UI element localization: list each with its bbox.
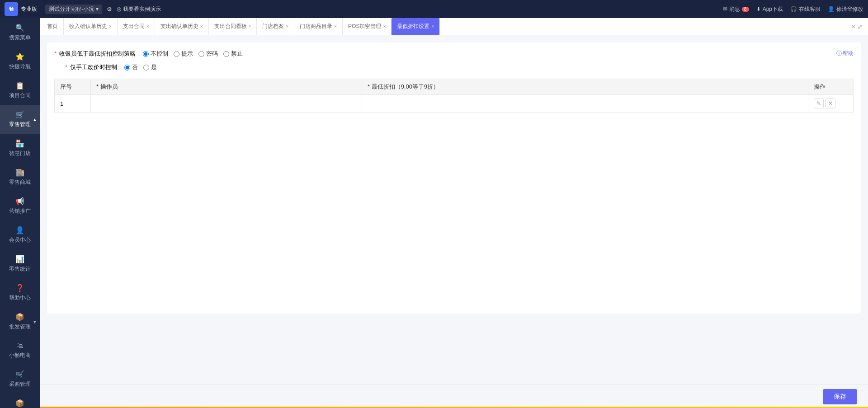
project-name: 测试分开完程-小况 (49, 5, 94, 13)
marketing-icon: 📢 (15, 197, 24, 206)
headset-icon: 🎧 (790, 6, 797, 12)
tab-close-all-icon[interactable]: × (852, 23, 855, 30)
manual-control-options: 否 是 (124, 63, 157, 71)
settings-icon[interactable]: ⚙ (107, 6, 112, 13)
sidebar-item-marketing[interactable]: 📢 营销推广 (0, 192, 40, 220)
tab-income-history[interactable]: 收入确认单历史 × (64, 18, 118, 35)
tab-close-icon[interactable]: × (334, 24, 337, 29)
tab-payment-contract[interactable]: 支出合同 × (118, 18, 155, 35)
tab-close-icon[interactable]: × (249, 24, 251, 29)
sidebar: 🔍 搜索菜单 ⭐ 快捷导航 📋 项目合同 🛒 零售管理 ▲ 🏪 智慧门店 🏬 零… (0, 18, 40, 408)
download-icon: ⬇ (756, 6, 761, 12)
manual-control-row: * 仅手工改价时控制 否 是 (54, 63, 854, 71)
sidebar-item-member[interactable]: 👤 会员中心 (0, 220, 40, 249)
user-avatar: 👤 (828, 6, 835, 12)
member-icon: 👤 (15, 226, 24, 234)
page-footer: 保存 (40, 385, 868, 408)
tab-close-icon[interactable]: × (200, 24, 203, 29)
project-selector[interactable]: 测试分开完程-小况 ▾ (45, 5, 102, 14)
sidebar-item-smart-store[interactable]: 🏪 智慧门店 (0, 134, 40, 163)
tab-label: 支出合同 (123, 23, 145, 30)
sidebar-item-search[interactable]: 🔍 搜索菜单 (0, 18, 40, 47)
discount-table: 序号 * 操作员 * 最低折扣（9.00等于9折） 操作 (54, 79, 854, 113)
wholesale-icon: 📦 (15, 313, 24, 321)
sidebar-item-label: 零售统计 (9, 265, 31, 273)
help-button[interactable]: ⓘ 帮助 (836, 50, 854, 57)
tab-close-icon[interactable]: × (286, 24, 288, 29)
logo-icon: 畅 (5, 2, 18, 16)
star-icon: ⭐ (15, 52, 24, 61)
sidebar-item-label: 会员中心 (9, 236, 31, 244)
sidebar-item-inventory[interactable]: 📦 库存核算 (0, 394, 40, 408)
cashier-strategy-row: * 收银员低于最低折扣控制策略 不控制 提示 (54, 50, 854, 58)
tab-payment-confirm-history[interactable]: 支出确认单历史 × (155, 18, 209, 35)
sidebar-item-help[interactable]: ❓ 帮助中心 (0, 278, 40, 307)
tab-min-discount[interactable]: 最低折扣设置 × (392, 18, 440, 35)
sidebar-item-label: 项目合同 (9, 92, 31, 99)
tabs-bar: 首页 收入确认单历史 × 支出合同 × 支出确认单历史 × 支出合同看板 × 门… (40, 18, 868, 35)
tab-label: POS加密管理 (348, 23, 381, 30)
retail-icon: 🛒 (15, 110, 24, 119)
save-button[interactable]: 保存 (823, 389, 857, 404)
sidebar-item-project[interactable]: 📋 项目合同 (0, 76, 40, 105)
page-card: ⓘ 帮助 * 收银员低于最低折扣控制策略 不控制 (47, 42, 861, 314)
question-circle-icon: ⓘ (836, 50, 842, 57)
contract-icon: 📋 (15, 81, 24, 90)
col-header-operator: * 操作员 (91, 79, 362, 95)
search-icon: 🔍 (15, 23, 24, 32)
option-prompt[interactable]: 提示 (174, 50, 193, 58)
online-support-button[interactable]: 🎧 在线客服 (790, 5, 821, 13)
tab-store-file[interactable]: 门店档案 × (257, 18, 294, 35)
app-logo: 畅 专业版 (5, 2, 41, 16)
tab-close-icon[interactable]: × (109, 24, 112, 29)
tab-home[interactable]: 首页 (42, 18, 64, 35)
circle-icon: ◎ (117, 6, 121, 12)
option-forbid[interactable]: 禁止 (223, 50, 243, 58)
tab-label: 门店档案 (262, 23, 284, 30)
inventory-icon: 📦 (15, 399, 24, 408)
sidebar-item-ecommerce[interactable]: 🛍 小畅电商 (0, 336, 40, 365)
option-no[interactable]: 否 (124, 63, 138, 71)
sidebar-item-purchase[interactable]: 🛒 采购管理 (0, 365, 40, 394)
sidebar-item-retail-stats[interactable]: 📊 零售统计 (0, 249, 40, 278)
tab-payment-contract-view[interactable]: 支出合同看板 × (209, 18, 257, 35)
tab-close-icon[interactable]: × (431, 24, 434, 29)
sidebar-item-wholesale[interactable]: 📦 批发管理 ▼ (0, 307, 40, 336)
option-no-control[interactable]: 不控制 (143, 50, 168, 58)
sidebar-item-label: 智慧门店 (9, 150, 31, 157)
delete-row-button[interactable]: ✕ (826, 98, 835, 108)
tab-close-icon[interactable]: × (146, 24, 149, 29)
app-version: 专业版 (21, 5, 37, 13)
tab-close-icon[interactable]: × (383, 24, 386, 29)
mall-icon: 🏬 (15, 168, 24, 177)
sidebar-item-label: 批发管理 (9, 323, 31, 331)
tab-label: 首页 (47, 23, 58, 30)
tab-label: 门店商品目录 (300, 23, 332, 30)
messages-button[interactable]: ✉ 消息 8 (723, 5, 749, 13)
app-download-button[interactable]: ⬇ App下载 (756, 5, 783, 13)
ecommerce-icon: 🛍 (16, 342, 24, 350)
demo-link[interactable]: ◎ 我要看实例演示 (117, 5, 161, 13)
cell-discount (362, 95, 808, 113)
sidebar-item-label: 小畅电商 (9, 352, 31, 359)
sidebar-item-retail[interactable]: 🛒 零售管理 ▲ (0, 105, 40, 134)
tab-expand-icon[interactable]: ⤢ (857, 23, 863, 30)
tab-pos-password[interactable]: POS加密管理 × (343, 18, 392, 35)
tab-label: 支出确认单历史 (160, 23, 198, 30)
sidebar-item-retail-mall[interactable]: 🏬 零售商城 (0, 163, 40, 192)
sidebar-item-label: 零售管理 (9, 121, 31, 128)
sidebar-item-label: 帮助中心 (9, 294, 31, 302)
option-yes[interactable]: 是 (143, 63, 157, 71)
messages-badge: 8 (742, 7, 749, 12)
tab-store-goods[interactable]: 门店商品目录 × (294, 18, 343, 35)
table-row: 1 ✎ ✕ (55, 95, 854, 113)
option-password[interactable]: 密码 (198, 50, 218, 58)
user-profile-button[interactable]: 👤 徐泽华修改 (828, 5, 863, 13)
tab-label: 最低折扣设置 (397, 23, 429, 30)
edit-row-button[interactable]: ✎ (814, 98, 824, 108)
sidebar-item-label: 快捷导航 (9, 63, 31, 70)
tab-label: 收入确认单历史 (69, 23, 107, 30)
sidebar-item-shortcut[interactable]: ⭐ 快捷导航 (0, 47, 40, 76)
cell-operator (91, 95, 362, 113)
cell-seq: 1 (55, 95, 91, 113)
